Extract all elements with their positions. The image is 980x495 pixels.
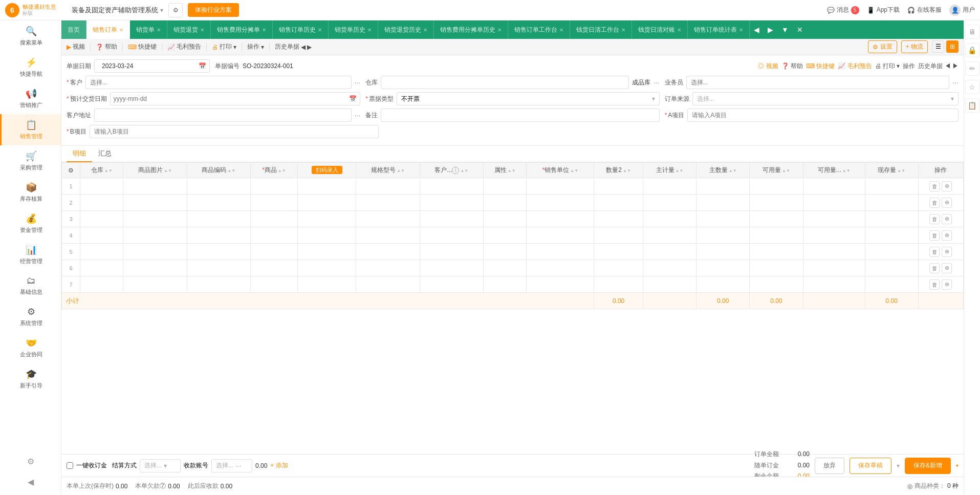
system-dropdown-icon[interactable]: ▾ xyxy=(160,7,163,14)
tab-cash-daily-reconcile[interactable]: 钱货日清对账 ✕ xyxy=(632,20,688,39)
row-5-warehouse[interactable] xyxy=(80,244,123,260)
sidebar-item-sales[interactable]: 📋 销售管理 xyxy=(0,114,61,145)
message-button[interactable]: 💬 消息 5 xyxy=(827,6,859,14)
row-2-delete-btn[interactable]: 🗑 xyxy=(929,198,940,208)
row-2-main-unit[interactable] xyxy=(643,195,696,211)
row-6-attributes[interactable] xyxy=(483,260,526,276)
warehouse-input[interactable] xyxy=(381,76,629,89)
toolbar-history[interactable]: 历史单据 ◀ ▶ xyxy=(275,42,312,51)
row-4-available-qty[interactable] xyxy=(750,227,803,244)
sidebar-settings-button[interactable]: ⚙ xyxy=(23,453,39,469)
tab-sales-return-history-close[interactable]: ✕ xyxy=(367,27,372,33)
salesperson-more-icon[interactable]: ··· xyxy=(952,78,959,87)
row-6-available-more[interactable] xyxy=(803,260,865,276)
row-1-copy-btn[interactable]: ⊕ xyxy=(942,181,952,191)
row-5-qty2[interactable] xyxy=(594,244,643,260)
right-panel-edit-btn[interactable]: ✏ xyxy=(965,61,979,76)
row-5-product-code[interactable] xyxy=(187,244,250,260)
sidebar-item-inventory[interactable]: 📦 库存核算 xyxy=(0,177,61,208)
row-3-current-qty[interactable] xyxy=(865,211,918,227)
row-2-product-code[interactable] xyxy=(187,195,250,211)
row-1-product-code[interactable] xyxy=(187,178,250,195)
row-3-customer-ref[interactable] xyxy=(420,211,483,227)
row-1-available-qty[interactable] xyxy=(750,178,803,195)
row-6-spec[interactable] xyxy=(356,260,420,276)
address-more-icon[interactable]: ··· xyxy=(355,111,361,119)
row-7-warehouse[interactable] xyxy=(80,276,123,293)
row-1-product-name[interactable] xyxy=(250,178,297,195)
row-1-available-more[interactable] xyxy=(803,178,865,195)
scan-entry-button[interactable]: 扫码录入 xyxy=(312,166,342,174)
row-6-customer-ref[interactable] xyxy=(420,260,483,276)
row-7-main-qty[interactable] xyxy=(696,276,750,293)
row-6-main-qty[interactable] xyxy=(696,260,750,276)
row-7-available-more[interactable] xyxy=(803,276,865,293)
row-1-delete-btn[interactable]: 🗑 xyxy=(929,181,940,191)
row-3-main-qty[interactable] xyxy=(696,211,750,227)
toolbar-settings-button[interactable]: ⚙ 设置 xyxy=(868,40,897,53)
row-1-qty2[interactable] xyxy=(594,178,643,195)
row-3-spec[interactable] xyxy=(356,211,420,227)
tab-close-all[interactable]: ✕ xyxy=(793,20,807,39)
row-2-qty2[interactable] xyxy=(594,195,643,211)
row-4-product-name[interactable] xyxy=(250,227,297,244)
row-3-copy-btn[interactable]: ⊕ xyxy=(942,214,952,224)
row-4-customer-ref[interactable] xyxy=(420,227,483,244)
tab-sales-return-history[interactable]: 销货单历史 ✕ xyxy=(329,20,378,39)
available-more-sort[interactable]: ▲▼ xyxy=(842,169,851,173)
save-draft-button[interactable]: 保存草稿 xyxy=(850,458,891,474)
row-4-main-unit[interactable] xyxy=(643,227,696,244)
actions-link[interactable]: 操作 xyxy=(903,62,915,71)
row-4-sales-unit[interactable] xyxy=(527,227,594,244)
row-3-available-more[interactable] xyxy=(803,211,865,227)
row-4-qty2[interactable] xyxy=(594,227,643,244)
row-1-spec[interactable] xyxy=(356,178,420,195)
row-3-product-name[interactable] xyxy=(250,211,297,227)
column-settings-icon[interactable]: ⚙ xyxy=(68,167,74,174)
current-qty-sort[interactable]: ▲▼ xyxy=(897,169,905,173)
row-7-main-unit[interactable] xyxy=(643,276,696,293)
one-click-checkout-checkbox[interactable] xyxy=(67,462,73,469)
save-new-dropdown[interactable]: ▾ xyxy=(956,463,959,468)
sidebar-item-purchase[interactable]: 🛒 采购管理 xyxy=(0,145,61,177)
help-link[interactable]: ❓ 帮助 xyxy=(781,62,803,71)
toolbar-print[interactable]: 🖨 打印 ▾ xyxy=(212,42,236,51)
view-video-link[interactable]: ◎ 视频 xyxy=(758,62,778,71)
row-1-attributes[interactable] xyxy=(483,178,526,195)
save-new-button[interactable]: 保存&新增 xyxy=(905,458,951,474)
row-1-current-qty[interactable] xyxy=(865,178,918,195)
row-5-current-qty[interactable] xyxy=(865,244,918,260)
tab-cash-daily-reconcile-close[interactable]: ✕ xyxy=(677,27,681,33)
profit-link[interactable]: 📈 毛利预告 xyxy=(838,62,872,71)
row-6-main-unit[interactable] xyxy=(643,260,696,276)
customer-input[interactable] xyxy=(85,76,352,89)
product-code-sort[interactable]: ▲▼ xyxy=(227,169,235,173)
spec-sort[interactable]: ▲▼ xyxy=(397,169,405,173)
row-6-sales-unit[interactable] xyxy=(527,260,594,276)
row-7-spec[interactable] xyxy=(356,276,420,293)
toolbar-add-material-button[interactable]: + 物流 xyxy=(901,40,928,53)
warehouse-sort[interactable]: ▲▼ xyxy=(104,169,113,173)
row-4-spec[interactable] xyxy=(356,227,420,244)
row-5-spec[interactable] xyxy=(356,244,420,260)
sidebar-item-guide[interactable]: 🎓 新手引导 xyxy=(0,363,61,395)
row-7-current-qty[interactable] xyxy=(865,276,918,293)
tab-sales-return-close[interactable]: ✕ xyxy=(157,27,161,33)
row-1-customer-ref[interactable] xyxy=(420,178,483,195)
row-4-copy-btn[interactable]: ⊕ xyxy=(942,230,952,241)
row-6-product-code[interactable] xyxy=(187,260,250,276)
online-service-button[interactable]: 🎧 在线客服 xyxy=(907,6,942,14)
row-7-available-qty[interactable] xyxy=(750,276,803,293)
row-6-available-qty[interactable] xyxy=(750,260,803,276)
row-2-sales-unit[interactable] xyxy=(527,195,594,211)
sidebar-collapse-button[interactable]: ◀ xyxy=(23,474,39,490)
sidebar-item-quick-nav[interactable]: ⚡ 快捷导航 xyxy=(0,52,61,83)
invoice-type-select[interactable]: 不开票 ▾ xyxy=(397,92,660,105)
sales-unit-sort[interactable]: ▲▼ xyxy=(570,169,578,173)
row-2-attributes[interactable] xyxy=(483,195,526,211)
grid-view-button[interactable]: ⊞ xyxy=(946,40,959,53)
row-3-warehouse[interactable] xyxy=(80,211,123,227)
toolbar-actions[interactable]: 操作 ▾ xyxy=(247,42,264,51)
doc-date-input[interactable] xyxy=(98,62,197,70)
row-5-copy-btn[interactable]: ⊕ xyxy=(942,247,952,257)
